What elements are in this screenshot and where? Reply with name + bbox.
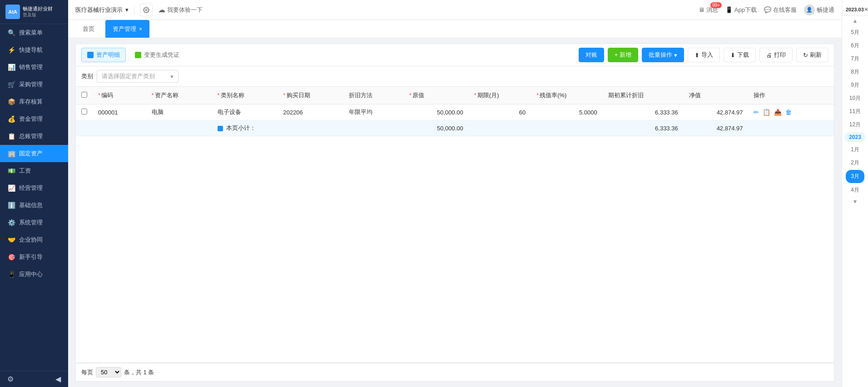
company-selector[interactable]: 医疗器械行业演示 ▾ [75,6,129,14]
ledger-icon: 📋 [7,132,15,140]
header-purchase-date: *购买日期 [278,87,343,104]
import-button[interactable]: ⬆ 导入 [688,48,720,62]
select-all-checkbox[interactable] [81,92,87,98]
logo-icon: AtA [5,5,20,19]
sidebar: AtA 畅捷通好业财 普及版 🔍 搜索菜单 ⚡ 快捷导航 📊 销售管理 🛒 采购… [0,0,68,387]
sidebar-item-purchase[interactable]: 🛒 采购管理 [0,76,68,93]
refresh-button[interactable]: ↻ 刷新 [796,48,828,62]
topbar-settings-button[interactable] [140,4,153,16]
print-label: 打印 [774,51,786,59]
sidebar-item-salary[interactable]: 💵 工资 [0,162,68,179]
copy-icon[interactable]: 📋 [763,109,770,116]
reconcile-button[interactable]: 对账 [579,48,604,62]
sidebar-item-system[interactable]: ⚙️ 系统管理 [0,214,68,231]
month-2[interactable]: 2月 [842,156,868,169]
topbar: 医疗器械行业演示 ▾ ☁ 我要体验一下 🖥 消息 99+ 📱 App下载 [68,0,842,20]
sidebar-item-search[interactable]: 🔍 搜索菜单 [0,24,68,41]
subtotal-initial-depreciation: 6,333.36 [603,120,684,136]
user-menu[interactable]: 👤 畅捷通 [804,5,834,15]
sidebar-item-label: 新手引导 [19,253,43,261]
year-2023-badge: 2023 [845,132,865,142]
cell-original-value: 50,000.00 [404,104,469,120]
collapse-icon[interactable]: ◀ [55,375,61,383]
sidebar-item-funds[interactable]: 💰 资金管理 [0,110,68,128]
tab-asset-mgmt[interactable]: 资产管理 × [105,20,149,38]
settings-bottom-icon[interactable]: ⚙ [7,375,14,383]
cell-code: 000001 [93,104,146,120]
month-4[interactable]: 4月 [842,184,868,197]
sidebar-item-basic-info[interactable]: ℹ️ 基础信息 [0,197,68,214]
sidebar-logo: AtA 畅捷通好业财 普及版 [0,0,68,24]
batch-ops-button[interactable]: 批量操作 ▾ [642,48,684,62]
sales-icon: 📊 [7,63,15,71]
subtotal-empty-4 [469,120,531,136]
edit-icon[interactable]: ✏ [754,109,759,116]
subtotal-original-value: 50,000.00 [404,120,469,136]
download-label: 下载 [737,51,749,59]
toolbar-actions: 对账 + 新增 批量操作 ▾ ⬆ 导入 ⬇ 下载 🖨 [579,48,828,62]
sidebar-item-sales[interactable]: 📊 销售管理 [0,59,68,76]
app-download-button[interactable]: 📱 App下载 [725,6,757,14]
header-initial-depreciation: 期初累计折旧 [603,87,684,104]
month-5[interactable]: 5月 [842,26,868,39]
app-center-icon: 📱 [7,270,15,278]
cell-actions: ✏ 📋 📤 🗑 [748,104,834,120]
sidebar-item-quick-nav[interactable]: ⚡ 快捷导航 [0,41,68,59]
row-checkbox[interactable] [81,109,87,114]
search-icon: 🔍 [7,29,15,37]
new-button[interactable]: + 新增 [608,48,638,62]
refresh-label: 刷新 [810,51,822,59]
month-7[interactable]: 7月 [842,52,868,65]
assets-table: *编码 *资产名称 *类别名称 *购买日期 折旧方法 *原值 *期限(月) *残… [76,87,834,136]
month-1[interactable]: 1月 [842,143,868,156]
month-8[interactable]: 8月 [842,65,868,79]
sidebar-item-label: 库存核算 [19,98,43,106]
download-button[interactable]: ⬇ 下载 [724,48,756,62]
quick-nav-icon: ⚡ [7,46,15,54]
header-code: *编码 [93,87,146,104]
company-name: 医疗器械行业演示 [75,6,123,14]
delete-icon[interactable]: 🗑 [785,109,792,116]
month-9[interactable]: 9月 [842,79,868,92]
month-11[interactable]: 11月 [842,105,868,118]
tab-close-icon[interactable]: × [139,26,142,32]
system-icon: ⚙️ [7,218,15,227]
category-select[interactable]: 请选择固定资产类别 ▾ [97,70,179,83]
content-area: 首页 资产管理 × 资产明细 变更生成凭证 对账 [68,20,842,387]
sidebar-item-label: 应用中心 [19,270,43,278]
month-3-active[interactable]: 3月 [846,170,864,183]
sidebar-item-ledger[interactable]: 📋 总账管理 [0,128,68,145]
sidebar-item-inventory[interactable]: 📦 库存核算 [0,93,68,110]
toolbar-tab-asset-detail[interactable]: 资产明细 [81,48,126,62]
experience-button[interactable]: ☁ 我要体验一下 [158,5,203,14]
toolbar-tab-change-voucher[interactable]: 变更生成凭证 [129,48,185,62]
subtotal-empty-3 [146,120,212,136]
app-download-label: App下载 [734,6,757,14]
subtotal-empty-6 [748,120,834,136]
month-6[interactable]: 6月 [842,39,868,52]
refresh-icon: ↻ [803,52,808,59]
month-12[interactable]: 12月 [842,118,868,131]
pagination: 每页 50 10 20 100 条，共 1 条 [75,363,834,382]
transfer-icon[interactable]: 📤 [774,109,782,116]
cell-residual-rate: 5.0000 [531,104,603,120]
sidebar-item-fixed-assets[interactable]: 🏢 固定资产 [0,145,68,162]
close-panel-icon[interactable]: ✕ [864,6,868,13]
salary-icon: 💵 [7,167,15,175]
sidebar-bottom: ⚙ ◀ [0,371,68,387]
month-10[interactable]: 10月 [842,92,868,105]
panel-down-icon[interactable]: ▼ [849,197,862,207]
per-page-select[interactable]: 50 10 20 100 [96,367,121,377]
tab-home[interactable]: 首页 [75,20,102,38]
header-original-value: *原值 [404,87,469,104]
sidebar-item-operations[interactable]: 📈 经营管理 [0,179,68,197]
messages-button[interactable]: 🖥 消息 99+ [699,6,718,14]
online-service-button[interactable]: 💬 在线客服 [764,6,797,14]
category-placeholder: 请选择固定资产类别 [102,72,155,80]
sidebar-item-app-center[interactable]: 📱 应用中心 [0,266,68,283]
print-button[interactable]: 🖨 打印 [759,48,793,62]
sidebar-item-enterprise[interactable]: 🤝 企业协同 [0,231,68,248]
sidebar-item-label: 基础信息 [19,201,43,209]
panel-up-icon[interactable]: ▲ [849,16,862,26]
sidebar-item-guide[interactable]: 🎯 新手引导 [0,248,68,266]
